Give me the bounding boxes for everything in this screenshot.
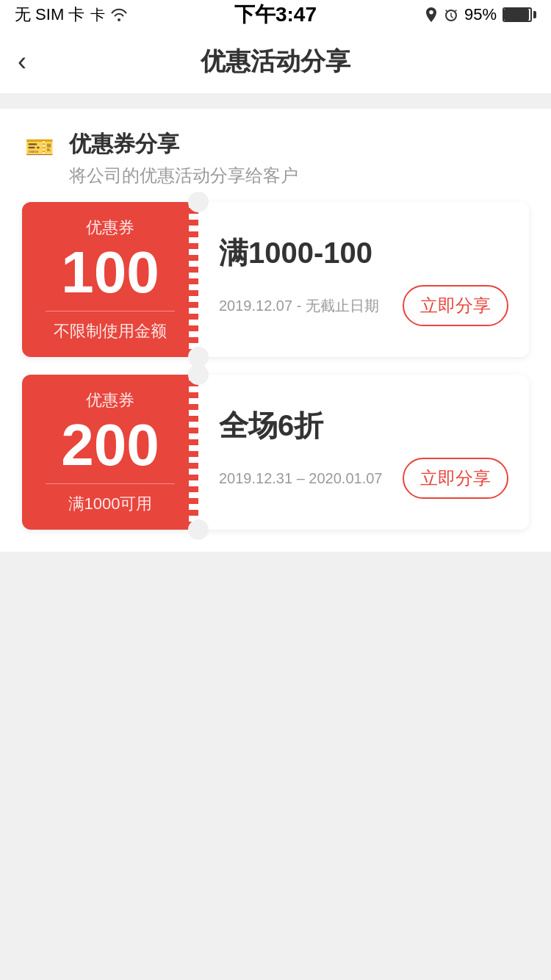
status-right: 95% bbox=[425, 5, 536, 24]
section-title: 优惠券分享 bbox=[69, 129, 298, 159]
section-subtitle: 将公司的优惠活动分享给客户 bbox=[69, 164, 298, 187]
share-button-0[interactable]: 立即分享 bbox=[403, 285, 508, 326]
section-gap-top bbox=[0, 94, 551, 109]
coupon-amount-0: 100 bbox=[61, 243, 159, 302]
coupon-right-1: 全场6折 2019.12.31 – 2020.01.07 立即分享 bbox=[198, 375, 529, 530]
coupon-label-0: 优惠券 bbox=[86, 217, 134, 239]
coupon-card: 优惠券 100 不限制使用金额 满1000-100 2019.12.07 - 无… bbox=[22, 202, 529, 357]
share-button-1[interactable]: 立即分享 bbox=[403, 458, 508, 499]
coupon-condition-0: 不限制使用金额 bbox=[54, 320, 167, 342]
battery-percent: 95% bbox=[464, 5, 497, 24]
background-fill bbox=[0, 552, 551, 846]
page-title: 优惠活动分享 bbox=[201, 45, 350, 79]
section-icon: 🎫 bbox=[22, 129, 57, 165]
coupon-name-0: 满1000-100 bbox=[219, 233, 508, 273]
back-button[interactable]: ‹ bbox=[18, 46, 26, 77]
section-text-group: 优惠券分享 将公司的优惠活动分享给客户 bbox=[69, 129, 298, 187]
coupon-label-1: 优惠券 bbox=[86, 389, 134, 411]
coupon-card: 优惠券 200 满1000可用 全场6折 2019.12.31 – 2020.0… bbox=[22, 375, 529, 530]
nav-bar: ‹ 优惠活动分享 bbox=[0, 29, 551, 94]
coupon-date-1: 2019.12.31 – 2020.01.07 bbox=[219, 470, 395, 487]
coupon-footer-0: 2019.12.07 - 无截止日期 立即分享 bbox=[219, 285, 508, 326]
alarm-icon bbox=[444, 7, 458, 22]
coupon-condition-1: 满1000可用 bbox=[68, 493, 153, 515]
coupon-notch-top-1 bbox=[188, 364, 209, 385]
coupon-amount-1: 200 bbox=[61, 416, 159, 475]
coupon-divider-0 bbox=[46, 311, 175, 311]
wifi-icon bbox=[111, 8, 127, 21]
battery-icon bbox=[503, 7, 536, 22]
coupon-left-0: 优惠券 100 不限制使用金额 bbox=[22, 202, 198, 357]
status-bar: 无 SIM 卡 卡 下午3:47 95% bbox=[0, 0, 551, 29]
sim-card-icon: 卡 bbox=[90, 5, 105, 25]
coupon-name-1: 全场6折 bbox=[219, 406, 508, 446]
location-icon bbox=[425, 7, 438, 23]
coupon-right-0: 满1000-100 2019.12.07 - 无截止日期 立即分享 bbox=[198, 202, 529, 357]
coupon-left-1: 优惠券 200 满1000可用 bbox=[22, 375, 198, 530]
coupon-date-0: 2019.12.07 - 无截止日期 bbox=[219, 296, 395, 316]
carrier-text: 无 SIM 卡 bbox=[15, 4, 84, 26]
status-time: 下午3:47 bbox=[234, 1, 317, 29]
coupon-divider-1 bbox=[46, 483, 175, 484]
back-icon: ‹ bbox=[18, 46, 26, 76]
section-header: 🎫 优惠券分享 将公司的优惠活动分享给客户 bbox=[0, 109, 551, 202]
status-left: 无 SIM 卡 卡 bbox=[15, 4, 127, 26]
coupon-list: 优惠券 100 不限制使用金额 满1000-100 2019.12.07 - 无… bbox=[0, 202, 551, 552]
coupon-notch-top-0 bbox=[188, 192, 209, 212]
coupon-notch-bottom-1 bbox=[188, 519, 209, 540]
coupon-footer-1: 2019.12.31 – 2020.01.07 立即分享 bbox=[219, 458, 508, 499]
